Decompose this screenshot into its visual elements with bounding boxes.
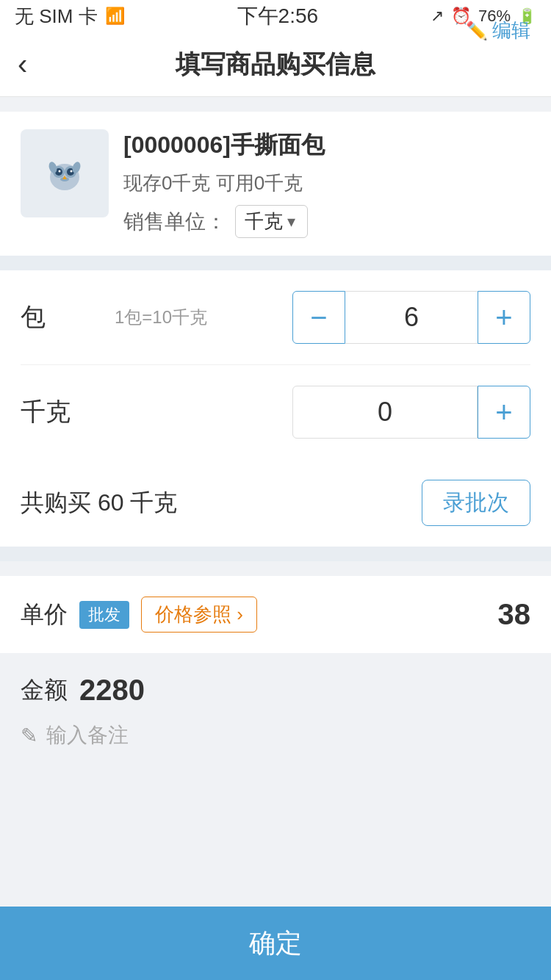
bao-controls: − + bbox=[292, 291, 530, 344]
price-row: 单价 批发 价格参照 › 38 bbox=[21, 597, 530, 633]
price-tag: 批发 bbox=[79, 601, 129, 629]
product-thumbnail bbox=[21, 129, 109, 217]
summary-text: 共购买 60 千克 bbox=[21, 487, 177, 519]
kg-qty-input[interactable] bbox=[292, 386, 478, 439]
amount-label: 金额 bbox=[21, 674, 68, 707]
price-label: 单价 bbox=[21, 599, 68, 631]
unit-value: 千克 bbox=[245, 209, 283, 234]
bao-label: 包 bbox=[21, 300, 109, 334]
status-left: 无 SIM 卡 📶 bbox=[15, 4, 125, 29]
amount-row: 金额 2280 bbox=[21, 674, 530, 707]
confirm-bar[interactable]: 确定 bbox=[0, 907, 551, 980]
pencil-icon: ✎ bbox=[21, 724, 37, 748]
bao-input-row: 包 1包=10千克 − + bbox=[21, 270, 530, 365]
edit-label: 编辑 bbox=[492, 18, 530, 43]
unit-label: 销售单位： bbox=[123, 208, 226, 236]
time-label: 下午2:56 bbox=[237, 2, 319, 30]
page-title: 填写商品购买信息 bbox=[176, 48, 375, 82]
product-stock: 现存0千克 可用0千克 bbox=[123, 170, 530, 196]
remark-row[interactable]: ✎ 输入备注 bbox=[21, 721, 530, 749]
product-unit-row: 销售单位： 千克 ▾ bbox=[123, 205, 530, 238]
amount-section: 金额 2280 ✎ 输入备注 bbox=[0, 653, 551, 761]
kg-label: 千克 bbox=[21, 395, 109, 429]
amount-value: 2280 bbox=[79, 674, 145, 707]
summary-section: 共购买 60 千克 录批次 bbox=[0, 459, 551, 547]
product-card: [0000006]手撕面包 现存0千克 可用0千克 销售单位： 千克 ▾ ✏️ … bbox=[0, 112, 551, 256]
section-divider-1 bbox=[0, 256, 551, 270]
back-button[interactable]: ‹ bbox=[18, 48, 27, 81]
bao-qty-input[interactable] bbox=[345, 291, 478, 344]
product-info: [0000006]手撕面包 现存0千克 可用0千克 销售单位： 千克 ▾ bbox=[123, 129, 530, 238]
svg-point-5 bbox=[59, 170, 61, 173]
kg-plus-button[interactable]: + bbox=[478, 386, 530, 439]
price-ref-button[interactable]: 价格参照 › bbox=[141, 597, 257, 633]
svg-point-6 bbox=[71, 170, 73, 173]
confirm-label: 确定 bbox=[249, 926, 302, 962]
batch-button[interactable]: 录批次 bbox=[422, 480, 530, 526]
wifi-icon: 📶 bbox=[105, 7, 125, 26]
carrier-label: 无 SIM 卡 bbox=[15, 4, 98, 29]
kg-controls: + bbox=[292, 386, 530, 439]
location-icon: ↗ bbox=[431, 7, 444, 26]
bao-sublabel: 1包=10千克 bbox=[115, 306, 207, 329]
product-name: [0000006]手撕面包 bbox=[123, 129, 530, 162]
bao-minus-button[interactable]: − bbox=[292, 291, 345, 344]
edit-icon: ✏️ bbox=[466, 21, 488, 41]
input-section: 包 1包=10千克 − + 千克 + bbox=[0, 270, 551, 459]
price-section: 单价 批发 价格参照 › 38 bbox=[0, 576, 551, 653]
price-value: 38 bbox=[498, 598, 531, 631]
unit-selector[interactable]: 千克 ▾ bbox=[235, 205, 308, 238]
remark-placeholder: 输入备注 bbox=[46, 721, 129, 749]
kg-input-row: 千克 + bbox=[21, 365, 530, 459]
chevron-down-icon: ▾ bbox=[287, 212, 295, 231]
section-divider-2 bbox=[0, 547, 551, 561]
edit-button[interactable]: ✏️ 编辑 bbox=[466, 18, 530, 43]
bao-plus-button[interactable]: + bbox=[478, 291, 530, 344]
